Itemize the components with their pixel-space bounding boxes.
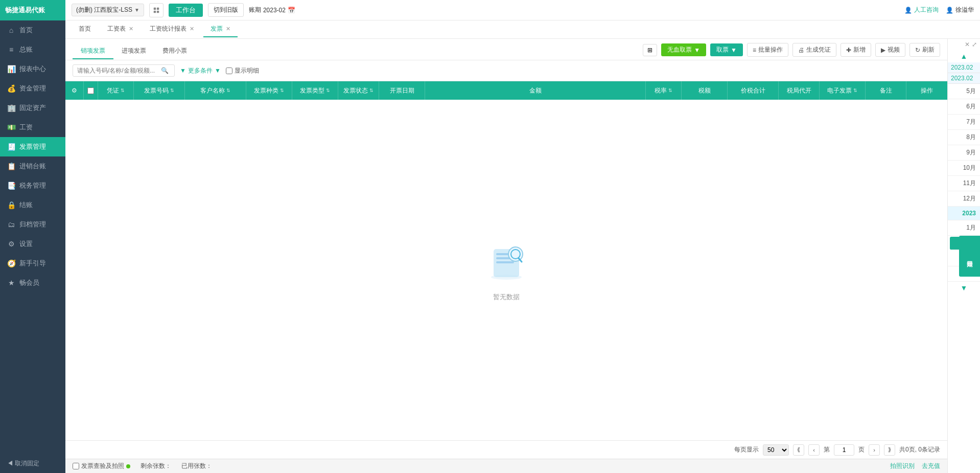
svg-rect-2	[154, 10, 156, 12]
sidebar-item-fund[interactable]: 💰 资金管理	[0, 79, 65, 98]
sidebar-item-label: 首页	[19, 26, 33, 35]
more-filter-button[interactable]: ▼ 更多条件 ▼	[180, 66, 221, 75]
date-month-5[interactable]: 5月	[948, 84, 980, 99]
total-text: 共0页, 0条记录	[899, 445, 940, 454]
date-month-6[interactable]: 6月	[948, 99, 980, 115]
sidebar-item-report[interactable]: 📊 报表中心	[0, 59, 65, 79]
sidebar-item-settings[interactable]: ⚙ 设置	[0, 234, 65, 254]
date-month-9[interactable]: 9月	[948, 145, 980, 161]
date-panel-scroll-down[interactable]: ▼	[948, 282, 980, 294]
sidebar-item-guide[interactable]: 🧭 新手引导	[0, 254, 65, 273]
sidebar-item-ledger[interactable]: ≡ 总账	[0, 40, 65, 59]
date-month-10[interactable]: 10月	[948, 161, 980, 176]
workbench-button[interactable]: 工作台	[169, 4, 203, 17]
new-icon: ✚	[846, 47, 851, 54]
no-deduct-button[interactable]: 无血取票 ▼	[661, 43, 706, 56]
company-settings-icon[interactable]	[149, 3, 164, 17]
search-box[interactable]: 🔍	[73, 64, 175, 77]
th-electronic[interactable]: 电子发票 ⇅	[820, 81, 866, 100]
verify-label-container[interactable]: 发票查验及拍照	[73, 462, 130, 470]
first-page-button[interactable]: ⟪	[793, 444, 804, 456]
tab-salary[interactable]: 工资表 ✕	[100, 21, 141, 37]
sidebar-item-member[interactable]: ★ 畅会员	[0, 273, 65, 292]
per-page-select[interactable]: 50 100 200	[763, 444, 789, 456]
tab-invoice-close[interactable]: ✕	[226, 26, 230, 32]
prev-page-button[interactable]: ‹	[808, 444, 820, 456]
sidebar-item-purchase[interactable]: 📋 进销台账	[0, 156, 65, 176]
th-customer[interactable]: 客户名称 ⇅	[185, 81, 246, 100]
company-selector[interactable]: (勿删) 江西股宝-LSS ▼	[72, 4, 144, 16]
th-tax-rate[interactable]: 税率 ⇅	[646, 81, 682, 100]
user-profile[interactable]: 👤 徐溢华	[946, 6, 974, 14]
date-year-2023[interactable]: 2023	[948, 207, 980, 220]
subtab-purchase[interactable]: 进项发票	[113, 43, 154, 59]
grid-view-button[interactable]: ⊞	[643, 44, 657, 56]
take-invoice-button[interactable]: 取票 ▼	[710, 43, 743, 56]
sidebar-item-asset[interactable]: 🏢 固定资产	[0, 98, 65, 118]
date-panel-scroll-up[interactable]: ▲	[948, 50, 980, 62]
subtab-expense[interactable]: 费用小票	[154, 43, 195, 59]
show-detail-checkbox[interactable]	[226, 67, 232, 74]
th-checkbox[interactable]	[84, 81, 98, 100]
date-month-7[interactable]: 7月	[948, 115, 980, 130]
video-button[interactable]: ▶ 视频	[875, 43, 905, 57]
tab-home[interactable]: 首页	[72, 21, 98, 37]
tab-salary-stat-close[interactable]: ✕	[190, 26, 194, 32]
date-month-11[interactable]: 11月	[948, 176, 980, 191]
tab-salary-stat[interactable]: 工资统计报表 ✕	[143, 21, 201, 37]
sidebar-unpin[interactable]: ◀ 取消固定	[0, 454, 65, 473]
date-month-8[interactable]: 8月	[948, 130, 980, 145]
last-page-button[interactable]: ⟫	[884, 444, 895, 456]
select-all-checkbox[interactable]	[87, 87, 94, 94]
gen-voucher-button[interactable]: 🖨 生成凭证	[792, 43, 836, 57]
batch-op-button[interactable]: ≡ 批量操作	[747, 43, 788, 57]
date-year-entry-1[interactable]: 2023.02	[948, 62, 980, 73]
date-month-1[interactable]: 1月	[948, 220, 980, 236]
th-action: 操作	[906, 81, 947, 100]
date-panel: ✕ ⤢ ▲ 2023.02 2023.02 5月 6月 7月 8月	[947, 39, 980, 473]
sidebar-item-home[interactable]: ⌂ 首页	[0, 20, 65, 40]
date-month-12[interactable]: 12月	[948, 191, 980, 207]
content-area: 销项发票 进项发票 费用小票 ⊞ 无血取票 ▼	[65, 39, 980, 473]
open-period-button[interactable]: 开账日期	[959, 236, 980, 277]
app-logo-text: 畅捷通易代账	[5, 6, 45, 15]
recharge-link[interactable]: 去充值	[922, 462, 940, 470]
th-settings: ⚙	[65, 81, 84, 100]
th-invoice-type[interactable]: 发票类型 ⇅	[292, 81, 338, 100]
salary-icon: 💵	[7, 123, 15, 131]
tab-salary-close[interactable]: ✕	[129, 26, 133, 32]
topbar-right: 👤 人工咨询 👤 徐溢华	[904, 6, 974, 14]
th-invoice-no[interactable]: 发票号码 ⇅	[134, 81, 185, 100]
th-voucher[interactable]: 凭证 ⇅	[98, 81, 134, 100]
sidebar-item-salary[interactable]: 💵 工资	[0, 118, 65, 137]
sort-electronic-icon: ⇅	[853, 88, 857, 93]
status-bar: 发票查验及拍照 剩余张数： 已用张数： 拍照识别 去充值	[65, 459, 947, 473]
ai-consult-link[interactable]: 👤 人工咨询	[904, 6, 939, 14]
invite-link[interactable]: 拍照识别	[890, 462, 915, 470]
closing-icon: 🔒	[7, 201, 15, 209]
date-panel-expand-button[interactable]: ⤢	[972, 41, 977, 48]
ai-icon: 👤	[904, 7, 912, 14]
next-page-button[interactable]: ›	[869, 444, 880, 456]
date-year-entry-2[interactable]: 2023.02	[948, 73, 980, 84]
subtab-sales[interactable]: 销项发票	[73, 43, 113, 59]
switch-version-button[interactable]: 切到旧版	[208, 3, 244, 17]
sidebar-item-archive[interactable]: 🗂 归档管理	[0, 215, 65, 234]
th-invoice-status[interactable]: 发票状态 ⇅	[338, 81, 379, 100]
verify-checkbox[interactable]	[73, 463, 79, 469]
th-invoice-kind[interactable]: 发票种类 ⇅	[246, 81, 292, 100]
refresh-button[interactable]: ↻ 刷新	[909, 43, 940, 57]
tab-invoice-label: 发票	[211, 25, 223, 33]
sidebar-item-tax[interactable]: 📑 税务管理	[0, 176, 65, 195]
th-total: 价税合计	[728, 81, 779, 100]
date-panel-close-button[interactable]: ✕	[965, 41, 970, 48]
search-input[interactable]	[77, 67, 159, 74]
show-detail-label[interactable]: 显示明细	[226, 66, 259, 75]
sidebar-item-label: 报表中心	[19, 64, 46, 74]
page-number-input[interactable]	[834, 444, 854, 456]
sidebar-item-invoice[interactable]: 🧾 发票管理	[0, 137, 65, 156]
sidebar-item-closing[interactable]: 🔒 结账	[0, 195, 65, 215]
tab-invoice[interactable]: 发票 ✕	[203, 21, 238, 37]
batch-op-icon: ≡	[753, 47, 756, 54]
new-button[interactable]: ✚ 新增	[841, 43, 871, 57]
